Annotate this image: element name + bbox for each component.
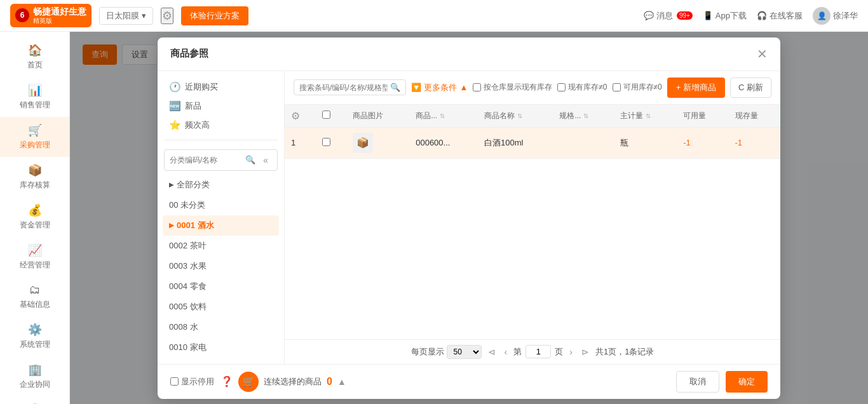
confirm-btn[interactable]: 确定 xyxy=(726,371,768,393)
category-item-0002[interactable]: 0002 茶叶 xyxy=(163,236,279,256)
main-area: 查询 设置 刷新 商品参照 ✕ 🕐 xyxy=(70,32,868,404)
category-item-0001[interactable]: ▶ 0001 酒水 xyxy=(163,215,279,236)
selected-label: 连续选择的商品 xyxy=(264,376,322,387)
page-next-btn[interactable]: › xyxy=(567,346,575,358)
home-icon: 🏠 xyxy=(28,43,42,57)
table-config-btn[interactable]: ⚙ xyxy=(291,110,300,122)
th-name[interactable]: 商品名称 ⇅ xyxy=(478,105,553,128)
cancel-btn[interactable]: 取消 xyxy=(676,371,719,393)
sort-icon-name: ⇅ xyxy=(517,112,522,119)
message-btn[interactable]: 💬 消息 99+ xyxy=(644,10,693,22)
th-spec[interactable]: 规格... ⇅ xyxy=(553,105,614,128)
search-icon[interactable]: 🔍 xyxy=(390,83,400,92)
per-page-select[interactable]: 50 10 20 100 xyxy=(447,345,482,359)
check-stock-nonzero-label[interactable]: 现有库存≠0 xyxy=(557,82,607,93)
enterprise-icon: 🏢 xyxy=(28,363,42,377)
category-item-0008[interactable]: 0008 水 xyxy=(163,317,279,337)
modal-overlay: 商品参照 ✕ 🕐 近期购买 🆕 xyxy=(70,32,868,404)
page-last-btn[interactable]: ⊳ xyxy=(579,346,592,358)
category-item-00[interactable]: 00 未分类 xyxy=(163,195,279,215)
top-nav: 6 畅捷通好生意 精英版 日太阳膜 ▾ ⚙ 体验行业方案 💬 消息 99+ 📱 … xyxy=(0,0,868,32)
th-unit[interactable]: 主计量 ⇅ xyxy=(614,105,677,128)
category-list: ▶ 全部分类 00 未分类 ▶ 0001 酒水 0002 茶 xyxy=(158,175,284,358)
app-download-btn[interactable]: 📱 App下载 xyxy=(703,10,747,22)
arrow-icon-0001: ▶ xyxy=(169,222,174,229)
category-item-0004[interactable]: 0004 零食 xyxy=(163,276,279,297)
inventory-icon: 📦 xyxy=(28,163,42,177)
sidebar-item-procurement[interactable]: 🛒 采购管理 xyxy=(0,117,69,157)
table-row[interactable]: 1 📦 000600... 白酒100ml 瓶 -1 -1 xyxy=(285,127,780,158)
close-button[interactable]: ✕ xyxy=(757,46,768,62)
sidebar-item-system[interactable]: ⚙️ 系统管理 xyxy=(0,316,69,356)
add-product-btn[interactable]: + 新增商品 xyxy=(667,77,725,98)
modal-body: 🕐 近期购买 🆕 新品 ⭐ 频次高 xyxy=(158,71,780,364)
per-page-label: 每页显示 xyxy=(411,346,444,358)
sidebar-item-business[interactable]: 📈 经营管理 xyxy=(0,237,69,277)
refresh-btn[interactable]: C 刷新 xyxy=(730,77,771,98)
sidebar-item-home[interactable]: 🏠 首页 xyxy=(0,37,69,77)
logo-text: 畅捷通好生意 精英版 xyxy=(33,6,86,25)
category-search-icon[interactable]: 🔍 xyxy=(245,155,255,165)
product-table: ⚙ 商品图片 商品... ⇅ xyxy=(285,105,780,159)
collapse-btn[interactable]: « xyxy=(259,152,272,168)
show-disabled-checkbox[interactable] xyxy=(170,377,179,386)
sidebar-item-enterprise[interactable]: 🏢 企业协同 xyxy=(0,356,69,396)
category-item-0005[interactable]: 0005 饮料 xyxy=(163,297,279,317)
check-warehouse-label[interactable]: 按仓库显示现有库存 xyxy=(473,82,552,93)
logo-icon: 6 xyxy=(15,8,29,22)
message-icon: 💬 xyxy=(644,11,654,20)
phone-icon: 📱 xyxy=(703,11,713,20)
footer-left: 显示停用 xyxy=(170,376,214,387)
check-avail-nonzero[interactable] xyxy=(613,83,621,91)
row-image: 📦 xyxy=(346,127,409,158)
category-item-0003[interactable]: 0003 水果 xyxy=(163,256,279,276)
sales-icon: 📊 xyxy=(28,83,42,97)
page-input[interactable] xyxy=(526,345,551,358)
online-service-btn[interactable]: 🎧 在线客服 xyxy=(757,10,803,22)
page-prev-btn[interactable]: ‹ xyxy=(502,346,510,358)
experience-btn[interactable]: 体验行业方案 xyxy=(181,6,248,25)
quick-link-frequent[interactable]: ⭐ 频次高 xyxy=(164,116,278,135)
category-item-0010[interactable]: 0010 家电 xyxy=(163,337,279,358)
quick-link-recent[interactable]: 🕐 近期购买 xyxy=(164,77,278,97)
row-checkbox[interactable] xyxy=(316,127,346,158)
user-menu[interactable]: 👤 徐泽华 xyxy=(813,7,858,25)
modal-footer: 显示停用 ❓ 🛒 连续选择的商品 0 ▲ 取消 确定 xyxy=(158,364,780,399)
main-layout: 🏠 首页 📊 销售管理 🛒 采购管理 📦 库存核算 💰 资金管理 📈 经营管理 … xyxy=(0,32,868,404)
category-item-all[interactable]: ▶ 全部分类 xyxy=(163,175,279,195)
help-icon[interactable]: ❓ xyxy=(220,375,233,387)
product-search-box: 🔍 xyxy=(294,79,406,95)
check-avail-nonzero-label[interactable]: 可用库存≠0 xyxy=(613,82,662,93)
business-icon: 📈 xyxy=(28,243,42,257)
row-code: 000600... xyxy=(409,127,478,158)
quick-link-recent-label: 近期购买 xyxy=(185,81,218,93)
quick-link-new[interactable]: 🆕 新品 xyxy=(164,97,278,116)
show-disabled-label[interactable]: 显示停用 xyxy=(170,376,214,387)
select-all-checkbox[interactable] xyxy=(322,111,330,119)
settings-icon[interactable]: ⚙ xyxy=(161,8,173,24)
sidebar-item-sales[interactable]: 📊 销售管理 xyxy=(0,77,69,117)
branch-selector[interactable]: 日太阳膜 ▾ xyxy=(99,7,153,25)
product-search-input[interactable] xyxy=(299,83,388,92)
filter-btn[interactable]: 🔽 更多条件 ▲ xyxy=(411,82,468,93)
sort-icon-spec: ⇅ xyxy=(583,112,588,119)
sidebar-item-finance[interactable]: 💰 资金管理 xyxy=(0,197,69,237)
row-unit: 瓶 xyxy=(614,127,677,158)
category-search-input[interactable] xyxy=(170,156,241,165)
th-code[interactable]: 商品... ⇅ xyxy=(409,105,478,128)
collapse-icon[interactable]: ▲ xyxy=(337,377,346,387)
sidebar-item-inventory[interactable]: 📦 库存核算 xyxy=(0,157,69,197)
row-stock: -1 xyxy=(729,127,780,158)
check-warehouse[interactable] xyxy=(473,83,481,91)
app-download-label: App下载 xyxy=(715,10,747,22)
message-label: 消息 xyxy=(656,10,673,22)
sidebar-item-guide[interactable]: 🎯 新手引导 xyxy=(0,396,69,404)
row-name: 白酒100ml xyxy=(478,127,553,158)
sidebar-item-base[interactable]: 🗂 基础信息 xyxy=(0,277,69,316)
page-first-btn[interactable]: ⊲ xyxy=(485,346,498,358)
check-stock-nonzero[interactable] xyxy=(557,83,566,91)
sidebar-label-finance: 资金管理 xyxy=(20,220,50,231)
selected-count: 0 xyxy=(327,376,332,387)
cart-icon[interactable]: 🛒 xyxy=(238,372,259,392)
logo: 6 畅捷通好生意 精英版 xyxy=(10,4,92,27)
